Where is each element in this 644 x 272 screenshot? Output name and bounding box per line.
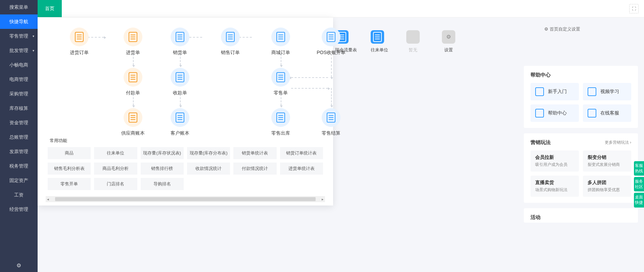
common-fn-button[interactable]: 销售毛利分析表 xyxy=(48,163,91,175)
quicknav-flyout: 进货订单进货单销货单销售订单商城订单POS收银开单付款单收款单零售单供应商账本客… xyxy=(38,17,333,206)
flow-node-retail-out[interactable]: 零售出库 xyxy=(256,108,306,136)
common-fn-button[interactable]: 往来单位 xyxy=(94,147,137,159)
marketing-card: 营销玩法更多营销玩法 › 会员拉新吸引用户成为会员 裂变分销裂变式发展分销商 直… xyxy=(524,133,638,203)
flow-node-customer-ledger[interactable]: 客户账本 xyxy=(155,108,205,136)
doc-icon xyxy=(124,68,142,87)
chevron-down-icon: ▾ xyxy=(33,34,34,38)
common-functions-title: 常用功能 xyxy=(48,138,323,144)
common-fn-button[interactable]: 导购排名 xyxy=(141,178,184,190)
sidebar-item-inventory[interactable]: 库存核算 xyxy=(0,101,38,116)
scroll-track[interactable] xyxy=(55,197,316,201)
floating-buttons: 客服热线 服务社区 桌面快捷 xyxy=(634,161,644,208)
right-column: 帮助中心 新手入门 视频学习 帮助中心 在线客服 营销玩法更多营销玩法 › 会员… xyxy=(524,66,638,223)
help-item-helpcenter[interactable]: 帮助中心 xyxy=(531,104,579,122)
flow-node-sales-out[interactable]: 销货单 xyxy=(155,28,205,56)
headset-icon xyxy=(588,109,596,118)
shortcut-settings[interactable]: ⚙设置 xyxy=(442,30,455,53)
flyout-scrollbar[interactable]: ◂ ▸ xyxy=(46,196,325,202)
marketing-more[interactable]: 更多营销玩法 › xyxy=(605,140,631,145)
shortcuts-row: 现金流量表 往来单位 暂无 ⚙设置 xyxy=(335,26,570,57)
sidebar-item-salary[interactable]: 工资 xyxy=(0,188,38,202)
common-fn-button[interactable]: 销货订单统计表 xyxy=(280,147,323,159)
sidebar-item-invoice[interactable]: 发票管理 xyxy=(0,144,38,159)
common-fn-button[interactable]: 销货单统计表 xyxy=(233,147,276,159)
placeholder-icon xyxy=(406,30,420,44)
common-fn-button[interactable]: 现存量(库存分布表) xyxy=(187,147,230,159)
fullscreen-button[interactable]: ⛶ xyxy=(629,4,639,13)
scroll-right-button[interactable]: ▸ xyxy=(320,197,325,201)
sidebar-item-ecom2[interactable]: 电商管理 xyxy=(0,72,38,87)
float-desktop[interactable]: 桌面快捷 xyxy=(634,193,644,207)
expand-icon: ⛶ xyxy=(632,6,636,11)
doc-icon xyxy=(271,28,290,46)
doc-icon xyxy=(171,28,189,46)
float-community[interactable]: 服务社区 xyxy=(634,177,644,191)
sidebar-item-funds[interactable]: 资金管理 xyxy=(0,116,38,130)
common-fn-button[interactable]: 零售开单 xyxy=(48,178,91,190)
common-fn-button[interactable]: 商品毛利分析 xyxy=(94,163,137,175)
sidebar-item-retail[interactable]: 零售管理▾ xyxy=(0,29,38,43)
sidebar-item-ecom1[interactable]: 小畅电商 xyxy=(0,58,38,72)
shortcut-partners[interactable]: 往来单位 xyxy=(371,30,384,53)
sidebar-settings-button[interactable]: ⚙ xyxy=(0,259,38,272)
common-fn-button[interactable]: 收款情况统计 xyxy=(187,163,230,175)
sidebar-item-purchase[interactable]: 采购管理 xyxy=(0,87,38,101)
doc-icon xyxy=(322,28,340,46)
flow-diagram: 进货订单进货单销货单销售订单商城订单POS收银开单付款单收款单零售单供应商账本客… xyxy=(44,28,326,138)
sidebar: 搜索菜单 快捷导航 零售管理▾ 批发管理▾ 小畅电商 电商管理 采购管理 库存核… xyxy=(0,0,38,272)
common-fn-button[interactable]: 现存量(库存状况表) xyxy=(141,147,184,159)
activity-card: 活动 xyxy=(524,208,638,223)
help-center-title: 帮助中心 xyxy=(531,72,551,78)
marketing-item-group[interactable]: 多人拼团拼团购物享受优惠 xyxy=(583,176,631,197)
flow-node-pos-open[interactable]: POS收银开单 xyxy=(306,28,356,56)
marketing-item-live[interactable]: 直播卖货场景式购物新玩法 xyxy=(531,176,579,197)
scroll-left-button[interactable]: ◂ xyxy=(46,197,50,201)
help-center-card: 帮助中心 新手入门 视频学习 帮助中心 在线客服 xyxy=(524,66,638,128)
float-hotline[interactable]: 客服热线 xyxy=(634,161,644,176)
flow-node-payment[interactable]: 付款单 xyxy=(108,68,158,96)
sidebar-item-wholesale[interactable]: 批发管理▾ xyxy=(0,43,38,58)
doc-icon xyxy=(124,108,142,127)
marketing-item-fission[interactable]: 裂变分销裂变式发展分销商 xyxy=(583,150,631,172)
flow-node-retail-order[interactable]: 零售单 xyxy=(256,68,306,96)
activity-title: 活动 xyxy=(531,214,631,221)
doc-icon xyxy=(271,108,290,127)
help-item-support[interactable]: 在线客服 xyxy=(583,104,631,122)
doc-icon xyxy=(322,108,340,127)
common-fn-button[interactable]: 付款情况统计 xyxy=(233,163,276,175)
help-item-video[interactable]: 视频学习 xyxy=(583,83,631,100)
marketing-item-member[interactable]: 会员拉新吸引用户成为会员 xyxy=(531,150,579,172)
chevron-down-icon: ▾ xyxy=(33,49,34,52)
sidebar-item-operation[interactable]: 经营管理 xyxy=(0,202,38,217)
flow-node-supplier-ledger[interactable]: 供应商账本 xyxy=(108,108,158,136)
flow-node-purchase-order[interactable]: 进货订单 xyxy=(54,28,104,56)
flow-node-purchase-in[interactable]: 进货单 xyxy=(108,28,158,56)
sidebar-item-search[interactable]: 搜索菜单 xyxy=(0,0,38,14)
doc-icon xyxy=(124,28,142,46)
building-icon xyxy=(371,30,384,44)
doc-icon xyxy=(171,108,189,127)
flow-arrow xyxy=(331,54,332,77)
common-fn-button[interactable]: 商品 xyxy=(48,147,91,159)
common-fn-button[interactable]: 进货单统计表 xyxy=(280,163,323,175)
common-fn-button[interactable]: 门店排名 xyxy=(94,178,137,190)
doc-icon xyxy=(271,68,290,87)
gear-icon: ⚙ xyxy=(16,262,21,269)
sidebar-item-tax[interactable]: 税务管理 xyxy=(0,159,38,173)
sidebar-item-ledger[interactable]: 总账管理 xyxy=(0,130,38,144)
marketing-title: 营销玩法 xyxy=(531,139,551,146)
sidebar-item-quicknav[interactable]: 快捷导航 xyxy=(0,14,38,29)
flow-node-mall-order[interactable]: 商城订单 xyxy=(256,28,306,56)
doc-icon xyxy=(535,109,544,118)
flow-node-receipt[interactable]: 收款单 xyxy=(155,68,205,96)
doc-icon xyxy=(171,68,189,87)
shortcut-empty[interactable]: 暂无 xyxy=(406,30,420,53)
flow-arrow xyxy=(331,88,332,105)
flow-node-sales-order[interactable]: 销售订单 xyxy=(205,28,255,56)
help-item-beginner[interactable]: 新手入门 xyxy=(531,83,579,100)
tab-home[interactable]: 首页 xyxy=(38,0,62,17)
clipboard-icon xyxy=(535,87,544,96)
sidebar-item-assets[interactable]: 固定资产 xyxy=(0,173,38,188)
common-fn-button[interactable]: 销售排行榜 xyxy=(141,163,184,175)
flow-node-retail-settle[interactable]: 零售结算 xyxy=(306,108,356,136)
